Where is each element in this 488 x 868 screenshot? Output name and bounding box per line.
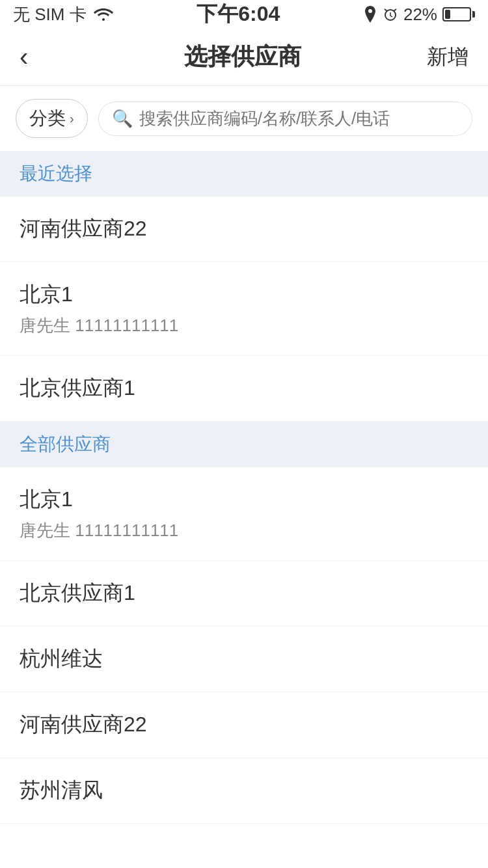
item-name: 杭州维达 bbox=[20, 645, 468, 673]
recent-section-header: 最近选择 bbox=[0, 151, 488, 197]
status-left: 无 SIM 卡 bbox=[13, 3, 114, 26]
location-icon bbox=[363, 6, 377, 23]
list-item[interactable]: 河南供应商22 bbox=[0, 197, 488, 262]
battery-percent: 22% bbox=[403, 5, 437, 25]
no-sim-label: 无 SIM 卡 bbox=[13, 3, 87, 26]
item-name: 河南供应商22 bbox=[20, 711, 468, 739]
search-box[interactable]: 🔍 bbox=[98, 102, 472, 136]
item-name: 苏州清风 bbox=[20, 776, 468, 805]
search-icon: 🔍 bbox=[112, 109, 133, 129]
list-item[interactable]: 北京供应商1 bbox=[0, 356, 488, 422]
filter-bar: 分类 › 🔍 bbox=[0, 86, 488, 151]
category-button[interactable]: 分类 › bbox=[16, 99, 88, 138]
list-item[interactable]: 杭州维达 bbox=[0, 627, 488, 692]
list-item[interactable]: 北京1 唐先生 11111111111 bbox=[0, 467, 488, 561]
alarm-icon bbox=[383, 6, 398, 23]
item-name: 北京供应商1 bbox=[20, 579, 468, 608]
all-suppliers-list: 北京1 唐先生 11111111111 北京供应商1 杭州维达 河南供应商22 … bbox=[0, 467, 488, 824]
list-item[interactable]: 苏州清风 bbox=[0, 758, 488, 824]
recent-list: 河南供应商22 北京1 唐先生 11111111111 北京供应商1 bbox=[0, 197, 488, 422]
page-title: 选择供应商 bbox=[184, 41, 301, 73]
item-name: 北京供应商1 bbox=[20, 374, 468, 403]
nav-bar: ‹ 选择供应商 新增 bbox=[0, 29, 488, 86]
list-item[interactable]: 河南供应商22 bbox=[0, 692, 488, 758]
item-name: 河南供应商22 bbox=[20, 215, 468, 243]
add-button[interactable]: 新增 bbox=[427, 43, 468, 72]
battery-indicator bbox=[442, 7, 475, 21]
all-section-header: 全部供应商 bbox=[0, 422, 488, 467]
back-button[interactable]: ‹ bbox=[20, 42, 59, 72]
item-name: 北京1 bbox=[20, 280, 468, 309]
status-bar: 无 SIM 卡 下午6:04 22% bbox=[0, 0, 488, 29]
status-time: 下午6:04 bbox=[197, 0, 280, 29]
status-right: 22% bbox=[363, 5, 475, 25]
wifi-icon bbox=[93, 7, 114, 22]
item-detail: 唐先生 11111111111 bbox=[20, 314, 468, 337]
list-item[interactable]: 北京供应商1 bbox=[0, 561, 488, 627]
category-label: 分类 bbox=[29, 106, 66, 131]
chevron-right-icon: › bbox=[70, 111, 74, 126]
search-input[interactable] bbox=[139, 109, 459, 129]
list-item[interactable]: 北京1 唐先生 11111111111 bbox=[0, 262, 488, 356]
item-name: 北京1 bbox=[20, 485, 468, 514]
item-detail: 唐先生 11111111111 bbox=[20, 519, 468, 542]
